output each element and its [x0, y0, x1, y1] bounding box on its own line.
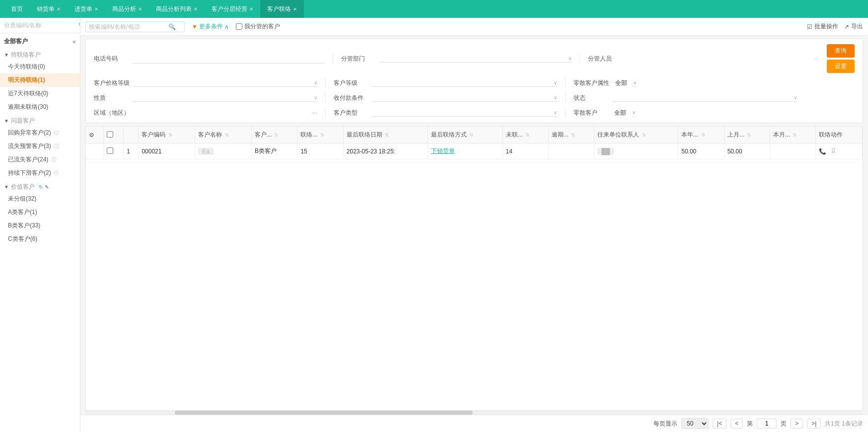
value-refresh-icon[interactable]: ↻: [39, 184, 43, 190]
col-this-year[interactable]: 本年... ⇅: [678, 127, 724, 144]
nav-close-analysis[interactable]: ✕: [138, 6, 142, 12]
sidebar-item-repurchase-abnormal[interactable]: 回购异常客户(2) ⓘ: [0, 126, 80, 140]
filter-divider-8: [565, 108, 566, 118]
nav-customer-seg[interactable]: 客户分层经营 ✕: [205, 0, 260, 18]
filter-area-ellipsis[interactable]: ···: [312, 109, 317, 116]
horizontal-scrollbar[interactable]: [85, 411, 863, 415]
page-input[interactable]: [757, 419, 777, 429]
query-button[interactable]: 查询: [827, 44, 855, 58]
sidebar-item-today-pending[interactable]: 今天待联络(0): [0, 60, 80, 73]
nav-close-customer-contact[interactable]: ✕: [293, 6, 297, 12]
sort-this-month-icon: ⇅: [793, 132, 796, 138]
nav-close-purchase[interactable]: ✕: [94, 6, 98, 12]
sort-code-icon: ⇅: [168, 132, 172, 138]
filter-customer-price-select[interactable]: ∨: [134, 79, 317, 87]
main-search-icon[interactable]: 🔍: [168, 23, 176, 30]
cell-last-contact-method[interactable]: 下销货单: [428, 144, 503, 159]
my-customers-checkbox[interactable]: [236, 23, 242, 30]
col-unit-contact[interactable]: 往来单位联系人 ⇅: [594, 127, 678, 144]
more-action-icon[interactable]: ⠿: [831, 148, 836, 155]
col-last-contact-date[interactable]: 最后联络日期 ⇅: [343, 127, 428, 144]
filter-manager-ellipsis[interactable]: ···: [814, 55, 819, 62]
nav-close-analysis-list[interactable]: ✕: [194, 6, 198, 12]
filter-dept[interactable]: 分管部门 ∨: [341, 55, 572, 63]
filter-customer-level-select[interactable]: ∨: [372, 79, 557, 87]
settings-button[interactable]: 设置: [827, 60, 855, 73]
phone-action-icon[interactable]: 📞: [819, 148, 826, 155]
filter-retail-attr-select[interactable]: ∨: [633, 79, 637, 87]
nav-analysis[interactable]: 商品分析 ✕: [105, 0, 149, 18]
first-page-btn[interactable]: |<: [713, 419, 726, 429]
filter-divider-5: [325, 93, 326, 103]
sidebar-item-class-c[interactable]: C类客户(6): [0, 232, 80, 246]
filter-divider-3: [325, 78, 326, 88]
cell-this-year: 50.00: [678, 144, 724, 159]
nav-home[interactable]: 首页: [4, 0, 30, 18]
nav-customer-contact[interactable]: 客户联络 ✕: [260, 0, 304, 18]
sidebar-item-declining[interactable]: 持续下滑客户(2) ⓘ: [0, 166, 80, 180]
cell-customer-type: B类客户: [252, 144, 297, 159]
filter-customer-type[interactable]: 客户类型 ∨: [334, 109, 557, 117]
sidebar-item-class-b[interactable]: B类客户(33): [0, 219, 80, 232]
nav-purchase[interactable]: 进货单 ✕: [68, 0, 105, 18]
prev-page-btn[interactable]: <: [730, 419, 743, 429]
sidebar-search-box[interactable]: 🔍: [0, 18, 80, 33]
last-page-btn[interactable]: >|: [807, 419, 821, 429]
filter-retail-customer-select[interactable]: ∨: [632, 109, 636, 117]
col-this-month[interactable]: 本月... ⇅: [770, 127, 816, 144]
sidebar-collapse-icon[interactable]: «: [72, 38, 76, 45]
filter-customer-level[interactable]: 客户等级 ∨: [334, 79, 557, 87]
batch-operation-btn[interactable]: ☑ 批量操作: [807, 22, 838, 31]
col-last-contact-method[interactable]: 最后联络方式 ⇅: [428, 127, 503, 144]
main-search-input[interactable]: [89, 23, 168, 30]
filter-payment[interactable]: 收付款条件 ∨: [334, 94, 557, 102]
nav-close-customer-seg[interactable]: ✕: [249, 6, 253, 12]
sidebar-item-churn-warning[interactable]: 流失预警客户(3) ⓘ: [0, 140, 80, 153]
nav-analysis-list[interactable]: 商品分析列表 ✕: [149, 0, 205, 18]
my-customers-checkbox-label[interactable]: 我分管的客户: [236, 22, 280, 31]
col-code[interactable]: 客户编码 ⇅: [139, 127, 195, 144]
nav-close-sales[interactable]: ✕: [57, 6, 61, 12]
nav-sales[interactable]: 销货单 ✕: [30, 0, 68, 18]
col-checkbox[interactable]: [104, 127, 124, 144]
col-uncontacted[interactable]: 未联... ⇅: [503, 127, 548, 144]
col-contact-action: 联络动作: [816, 127, 863, 144]
filter-customer-type-select[interactable]: ∨: [372, 109, 557, 117]
col-last-month[interactable]: 上月... ⇅: [724, 127, 770, 144]
filter-icon: ▼: [192, 23, 198, 30]
filter-dept-select[interactable]: ∨: [380, 55, 572, 63]
sidebar-item-ungrouped[interactable]: 未分组(32): [0, 192, 80, 206]
col-customer-type[interactable]: 客户... ⇅: [252, 127, 297, 144]
col-overdue[interactable]: 逾期... ⇅: [548, 127, 594, 144]
sidebar-item-overdue-pending[interactable]: 逾期未联络(30): [0, 100, 80, 114]
export-btn[interactable]: ↗ 导出: [844, 22, 863, 31]
scrollbar-thumb[interactable]: [175, 411, 473, 415]
page-size-select[interactable]: 50 100 200: [681, 418, 709, 429]
sidebar-search-input[interactable]: [4, 22, 78, 29]
main-search-box[interactable]: 🔍: [85, 21, 185, 32]
filter-status[interactable]: 状态 ∨: [574, 94, 797, 102]
filter-payment-select[interactable]: ∨: [372, 94, 557, 102]
filter-phone-input[interactable]: [133, 54, 325, 64]
more-conditions-btn[interactable]: ▼ 更多条件 ∧: [189, 21, 232, 32]
cell-checkbox[interactable]: [104, 144, 124, 159]
col-settings[interactable]: ⚙: [86, 127, 104, 144]
cell-overdue: [548, 144, 594, 159]
filter-status-select[interactable]: ∨: [612, 94, 797, 102]
filter-nature[interactable]: 性质 ∨: [94, 94, 317, 102]
col-contact[interactable]: 联络... ⇅: [297, 127, 343, 144]
sidebar-item-class-a[interactable]: A类客户(1): [0, 206, 80, 219]
value-edit-icon[interactable]: ✎: [45, 184, 49, 190]
sidebar-item-7days-pending[interactable]: 近7天待联络(0): [0, 87, 80, 100]
next-page-btn[interactable]: >: [791, 419, 803, 429]
select-all-checkbox[interactable]: [107, 131, 113, 138]
col-name[interactable]: 客户名称 ⇅: [195, 127, 252, 144]
row-checkbox[interactable]: [107, 147, 113, 154]
sidebar-item-tomorrow-pending[interactable]: 明天待联络(1): [0, 73, 80, 87]
filter-divider-2: [579, 54, 580, 64]
sidebar-item-churned[interactable]: 已流失客户(24) ⓘ: [0, 153, 80, 166]
filter-customer-price[interactable]: 客户价格等级 ∨: [94, 79, 317, 87]
info-icon-churn-warning: ⓘ: [54, 144, 59, 149]
all-customers-header: 全部客户 «: [0, 33, 80, 48]
filter-nature-select[interactable]: ∨: [133, 94, 317, 102]
